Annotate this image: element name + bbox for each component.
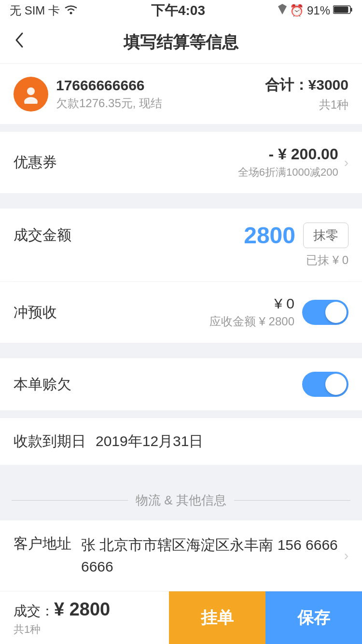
battery-icon xyxy=(333,4,352,17)
coupon-row[interactable]: 优惠券 - ¥ 200.00 全场6折满1000减200 › xyxy=(0,132,362,193)
logistics-header: 物流 & 其他信息 xyxy=(0,480,362,520)
sim-status: 无 SIM 卡 xyxy=(10,3,60,18)
amount-label: 成交金额 xyxy=(14,225,71,245)
amount-value: 2800 xyxy=(244,222,295,249)
prepay-toggle[interactable] xyxy=(302,300,348,325)
address-label: 客户地址 xyxy=(14,534,71,554)
prepay-sub: 应收金额 ¥ 2800 xyxy=(209,314,294,329)
save-button[interactable]: 保存 xyxy=(265,591,362,644)
coupon-label: 优惠券 xyxy=(14,153,57,172)
prepay-right: ¥ 0 应收金额 ¥ 2800 xyxy=(209,295,348,329)
prepay-row: 冲预收 ¥ 0 应收金额 ¥ 2800 xyxy=(14,295,348,329)
coupon-right: - ¥ 200.00 全场6折满1000减200 › xyxy=(238,145,348,180)
bottom-deal-label: 成交： xyxy=(14,603,54,618)
svg-point-4 xyxy=(27,87,35,95)
customer-info: 17666666666 欠款1276.35元, 现结 xyxy=(56,77,162,111)
nav-bar: 填写结算等信息 xyxy=(0,21,362,64)
round-zero-button[interactable]: 抹零 xyxy=(303,223,348,248)
customer-total: 合计：¥3000 共1种 xyxy=(265,75,348,112)
avatar xyxy=(14,77,48,112)
divider-1 xyxy=(0,201,362,209)
duedate-label: 收款到期日 xyxy=(14,432,86,451)
battery-text: 91% xyxy=(307,4,330,17)
amount-row: 成交金额 2800 抹零 xyxy=(14,222,348,249)
page-title: 填写结算等信息 xyxy=(124,31,238,54)
address-section[interactable]: 客户地址 张 北京市市辖区海淀区永丰南 156 6666 6666 › xyxy=(0,520,362,591)
svg-rect-2 xyxy=(350,8,352,12)
divider-2 xyxy=(0,350,362,358)
status-right: ⏰ 91% xyxy=(278,4,352,17)
prepay-section: 冲预收 ¥ 0 应收金额 ¥ 2800 xyxy=(0,282,362,343)
debt-row: 本单赊欠 xyxy=(14,372,348,397)
bottom-deal-row: 成交：¥ 2800 xyxy=(14,599,155,620)
svg-rect-3 xyxy=(334,7,348,13)
customer-debt: 欠款1276.35元, 现结 xyxy=(56,96,162,111)
bottom-bar: 成交：¥ 2800 共1种 挂单 保存 xyxy=(0,591,362,644)
bottom-deal-amount: ¥ 2800 xyxy=(54,599,110,619)
wifi-icon xyxy=(64,4,78,17)
coupon-desc: 全场6折满1000减200 xyxy=(238,165,338,180)
logistics-title: 物流 & 其他信息 xyxy=(136,492,226,509)
status-bar: 无 SIM 卡 下午4:03 ⏰ 91% xyxy=(0,0,362,21)
amount-right: 2800 抹零 xyxy=(244,222,348,249)
prepay-label: 冲预收 xyxy=(14,303,57,322)
debt-label: 本单赊欠 xyxy=(14,375,71,394)
address-value: 张 北京市市辖区海淀区永丰南 156 6666 6666 xyxy=(81,534,338,577)
logistics-line-left xyxy=(12,500,128,501)
amount-sub: 已抹 ¥ 0 xyxy=(14,252,348,268)
customer-left: 17666666666 欠款1276.35元, 现结 xyxy=(14,77,162,112)
content-area: 17666666666 欠款1276.35元, 现结 合计：¥3000 共1种 … xyxy=(0,64,362,644)
status-left: 无 SIM 卡 xyxy=(10,3,78,18)
alarm-icon: ⏰ xyxy=(290,4,304,17)
bottom-summary: 成交：¥ 2800 共1种 xyxy=(0,599,169,637)
address-row: 客户地址 张 北京市市辖区海淀区永丰南 156 6666 6666 › xyxy=(14,534,348,577)
prepay-value: ¥ 0 xyxy=(209,295,294,312)
location-icon xyxy=(278,4,287,17)
coupon-discount: - ¥ 200.00 全场6折满1000减200 xyxy=(238,145,338,180)
total-amount: 合计：¥3000 xyxy=(265,75,348,95)
total-count: 共1种 xyxy=(265,97,348,112)
duedate-value: 2019年12月31日 xyxy=(96,432,203,451)
debt-toggle[interactable] xyxy=(302,372,348,397)
coupon-amount: - ¥ 200.00 xyxy=(238,145,338,163)
duedate-row: 收款到期日 2019年12月31日 xyxy=(14,432,348,451)
chevron-right-icon: › xyxy=(344,155,348,170)
duedate-section: 收款到期日 2019年12月31日 xyxy=(0,418,362,465)
divider-3 xyxy=(0,473,362,480)
bottom-count: 共1种 xyxy=(14,622,155,637)
logistics-line-right xyxy=(234,500,350,501)
status-time: 下午4:03 xyxy=(151,1,205,20)
back-button[interactable] xyxy=(14,30,25,54)
total-value: ¥3000 xyxy=(308,77,348,93)
address-chevron-icon: › xyxy=(344,548,348,563)
svg-point-0 xyxy=(70,12,72,14)
debt-section: 本单赊欠 xyxy=(0,358,362,410)
customer-phone: 17666666666 xyxy=(56,77,162,94)
customer-row: 17666666666 欠款1276.35元, 现结 合计：¥3000 共1种 xyxy=(0,64,362,124)
amount-section: 成交金额 2800 抹零 已抹 ¥ 0 xyxy=(0,209,362,281)
prepay-value-block: ¥ 0 应收金额 ¥ 2800 xyxy=(209,295,294,329)
hold-button[interactable]: 挂单 xyxy=(169,591,265,644)
total-label: 合计： xyxy=(265,77,308,93)
svg-point-5 xyxy=(24,97,38,104)
